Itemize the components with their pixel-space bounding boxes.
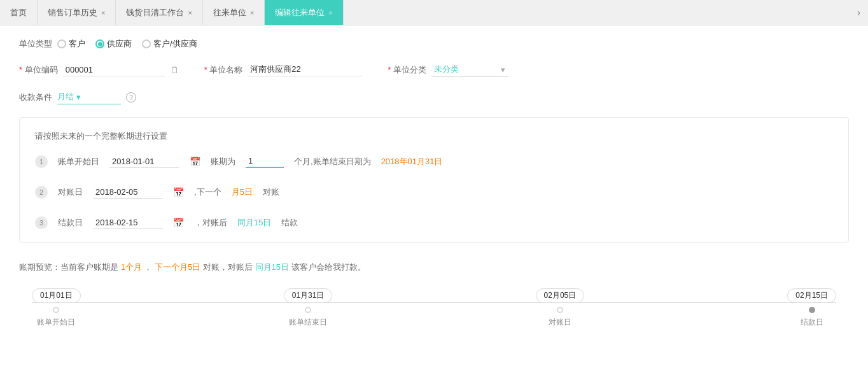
preview-part3: 同月15日 [255,262,289,272]
period-label-3: 结款日 [58,217,83,229]
period-row-1: 1 账单开始日 📅 账期为 个月,账单结束日期为 2018年01月31日 [35,155,833,168]
tab-cash-work[interactable]: 钱货日清工作台 × [116,0,202,25]
period-desc-3-suffix: 结款 [281,217,298,229]
timeline-date-3: 02月05日 [536,288,585,303]
preview-sep1: ， [144,262,152,272]
tab-expand-button[interactable]: › [850,7,868,18]
payment-highlight: 同月15日 [237,217,271,229]
payment-date-input[interactable] [93,216,163,229]
radio-customer[interactable]: 客户 [57,38,85,50]
start-date-cal-icon[interactable]: 📅 [190,157,200,167]
timeline-item-3: 02月05日 对账日 [536,288,585,328]
payment-condition-dropdown-icon: ▾ [76,92,81,102]
radio-supplier-label: 供应商 [107,38,132,50]
payment-condition-value: 月结 [57,91,74,102]
timeline-item-1: 01月01日 账单开始日 [32,288,81,328]
period-row-3: 3 结款日 📅 ，对账后 同月15日 结款 [35,216,833,229]
tab-edit-partner[interactable]: 编辑往来单位 × [265,0,343,25]
unit-category-select[interactable]: 未分类 ▾ [431,62,508,77]
period-title: 请按照未来的一个完整帐期进行设置 [35,130,833,142]
timeline-label-1: 账单开始日 [37,317,75,328]
period-desc-2-prefix: ,下一个 [194,186,221,198]
unit-type-radio-group: 客户 供应商 客户/供应商 [57,38,197,50]
unit-type-label: 单位类型 [19,38,52,50]
timeline-container: 01月01日 账单开始日 01月31日 账单结束日 02月05日 对账日 02月… [19,288,849,328]
radio-customer-circle [57,39,66,48]
payment-condition-label: 收款条件 [19,92,52,103]
period-label-2: 对账日 [58,186,83,198]
preview-part2: 下一个月5日 [155,262,200,272]
unit-category-field: 单位分类 未分类 ▾ [388,62,508,77]
timeline-items: 01月01日 账单开始日 01月31日 账单结束日 02月05日 对账日 02月… [32,288,836,328]
unit-name-input[interactable] [248,64,362,76]
payment-condition-select[interactable]: 月结 ▾ [57,90,121,104]
tab-sales-history[interactable]: 销售订单历史 × [38,0,116,25]
payment-condition-field: 收款条件 月结 ▾ ? [19,90,136,104]
tab-cash-work-close[interactable]: × [188,9,192,17]
timeline-label-2: 账单结束日 [289,317,327,328]
timeline-date-1: 01月01日 [32,288,81,303]
reconcile-date-input[interactable] [93,186,163,199]
timeline-item-4: 02月15日 结款日 [787,288,836,328]
timeline-label-3: 对账日 [549,317,571,328]
tab-edit-partner-label: 编辑往来单位 [275,7,325,18]
unit-code-field: 单位编码 🗒 [19,64,179,76]
preview-label: 账期预览：当前客户账期是 [19,262,118,272]
help-icon[interactable]: ? [126,92,136,102]
payment-row: 收款条件 月结 ▾ ? [19,90,849,104]
timeline-item-2: 01月31日 账单结束日 [284,288,333,328]
period-desc-1-suffix: 个月,账单结束日期为 [294,156,371,167]
radio-customer-supplier[interactable]: 客户/供应商 [142,38,197,50]
timeline-date-2: 01月31日 [284,288,333,303]
tab-partner-label: 往来单位 [213,7,246,18]
tab-partner[interactable]: 往来单位 × [203,0,265,25]
radio-customer-supplier-circle [142,39,151,48]
period-num-3: 3 [35,216,48,229]
main-content: 单位类型 客户 供应商 客户/供应商 单位编码 🗒 [0,25,868,387]
preview-sep2: 对账，对账后 [203,262,255,272]
timeline-dot-3 [557,307,563,313]
tab-sales-history-label: 销售订单历史 [48,7,97,18]
month-input[interactable] [246,155,284,168]
tab-partner-close[interactable]: × [250,9,254,17]
unit-type-field: 单位类型 客户 供应商 客户/供应商 [19,38,197,50]
unit-type-row: 单位类型 客户 供应商 客户/供应商 [19,38,849,50]
period-desc-3-prefix: ，对账后 [194,217,227,229]
radio-customer-supplier-label: 客户/供应商 [153,38,197,50]
timeline-label-4: 结款日 [801,317,823,328]
radio-customer-label: 客户 [69,38,85,50]
period-box: 请按照未来的一个完整帐期进行设置 1 账单开始日 📅 账期为 个月,账单结束日期… [19,117,849,243]
period-desc-2-suffix: 对账 [263,186,279,198]
timeline-date-4: 02月15日 [787,288,836,303]
unit-code-input[interactable] [63,64,165,76]
unit-category-value: 未分类 [434,64,498,75]
radio-supplier-circle [95,39,104,48]
reconcile-date-cal-icon[interactable]: 📅 [173,187,184,197]
unit-category-label: 单位分类 [388,64,426,76]
tab-edit-partner-close[interactable]: × [328,9,332,17]
preview-text: 账期预览：当前客户账期是 1个月 ， 下一个月5日 对账，对账后 同月15日 该… [19,262,849,273]
unit-category-dropdown-icon: ▾ [501,65,505,74]
preview-part1: 1个月 [121,262,142,272]
end-date-highlight: 2018年01月31日 [381,156,443,167]
radio-supplier[interactable]: 供应商 [95,38,132,50]
unit-code-label: 单位编码 [19,64,58,76]
preview-suffix: 该客户会给我打款。 [291,262,366,272]
tab-sales-history-close[interactable]: × [101,9,105,17]
unit-name-label: 单位名称 [204,64,243,76]
preview-section: 账期预览：当前客户账期是 1个月 ， 下一个月5日 对账，对账后 同月15日 该… [19,255,849,334]
timeline-dot-2 [305,307,311,313]
unit-code-icon[interactable]: 🗒 [170,65,179,75]
tab-home-label: 首页 [10,7,27,18]
tab-cash-work-label: 钱货日清工作台 [126,7,184,18]
period-label-1: 账单开始日 [58,156,99,167]
timeline-dot-1 [53,307,59,313]
unit-name-field: 单位名称 [204,64,363,76]
period-num-2: 2 [35,186,48,199]
timeline-dot-4 [809,307,815,313]
reconcile-highlight: 月5日 [232,186,253,198]
start-date-input[interactable] [109,155,179,168]
payment-date-cal-icon[interactable]: 📅 [173,218,184,228]
period-num-1: 1 [35,155,48,168]
tab-home[interactable]: 首页 [0,0,38,25]
